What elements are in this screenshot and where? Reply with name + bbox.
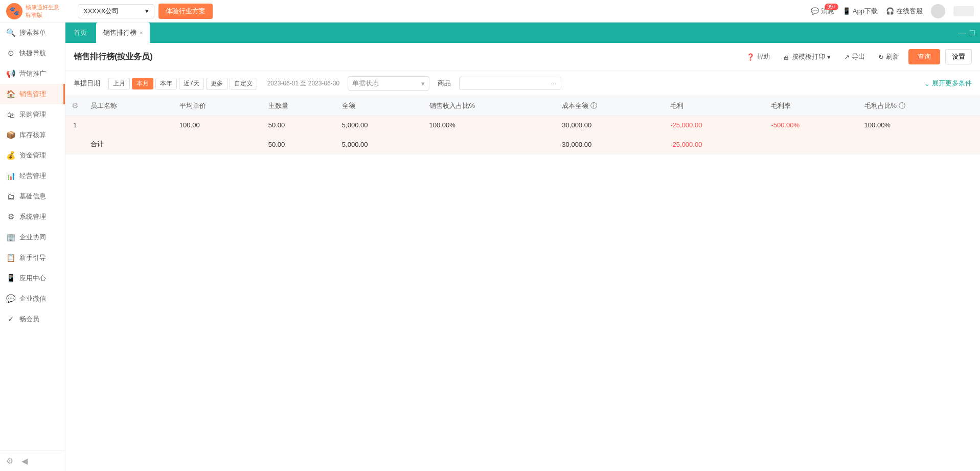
col-header-cost: 成本全额 ⓘ <box>556 96 664 116</box>
sidebar-item-purchase[interactable]: 🛍 采购管理 <box>0 104 65 125</box>
sidebar-item-operation[interactable]: 📊 经营管理 <box>0 166 65 186</box>
tab-minimize-icon[interactable]: — <box>958 28 966 37</box>
appstore-icon: 📱 <box>6 274 15 283</box>
col-header-gross: 毛利 <box>664 96 765 116</box>
user-name-placeholder <box>953 6 974 16</box>
cell-avg-price: 100.00 <box>173 116 262 134</box>
settings-bottom-icon[interactable]: ⚙ <box>6 456 13 466</box>
sidebar-item-marketing[interactable]: 📢 营销推广 <box>0 63 65 84</box>
tab-maximize-icon[interactable]: □ <box>970 28 975 37</box>
online-service-button[interactable]: 🎧 在线客服 <box>886 7 923 16</box>
message-icon: 💬 <box>811 7 819 15</box>
date-btn-more[interactable]: 更多 <box>206 78 227 89</box>
cell-sales-pct: 100.00% <box>423 116 556 134</box>
footer-sales-pct <box>423 134 556 154</box>
tab-sales-ranking[interactable]: 销售排行榜 × <box>96 23 150 43</box>
cell-gross: -25,000.00 <box>664 116 765 134</box>
company-selector[interactable]: XXXXX公司 ▾ <box>78 4 154 18</box>
logo: 🐾 畅康通好生意 标准版 <box>6 3 72 19</box>
footer-qty: 50.00 <box>262 134 336 154</box>
page-content: 销售排行榜(按业务员) ❓ 帮助 🖨 按模板打印 ▾ <box>65 43 980 471</box>
expand-icon: ⌄ <box>924 80 930 87</box>
status-filter-label: 单据状态 <box>352 79 421 88</box>
collapse-sidebar-icon[interactable]: ◀ <box>21 456 28 466</box>
app-download-button[interactable]: 📱 App下载 <box>842 7 878 16</box>
filter-row: 单据日期 上月 本月 本年 近7天 更多 自定义 2023-06-01 至 20… <box>65 71 980 96</box>
logo-icon: 🐾 <box>6 3 22 19</box>
expand-more-button[interactable]: ⌄ 展开更多条件 <box>924 79 972 88</box>
sidebar-item-search[interactable]: 🔍 搜索菜单 <box>0 23 65 43</box>
sidebar-item-finance[interactable]: 💰 资金管理 <box>0 145 65 166</box>
footer-gross-rate <box>765 134 858 154</box>
print-dropdown-icon: ▾ <box>827 53 831 61</box>
goods-filter[interactable]: ··· <box>459 77 561 90</box>
basic-icon: 🗂 <box>6 192 15 201</box>
header-actions: ❓ 帮助 🖨 按模板打印 ▾ ↗ 导出 <box>742 49 972 64</box>
date-btn-this-month[interactable]: 本月 <box>132 78 153 89</box>
table-row: 1 100.00 50.00 5,000.00 100.00% 30,000.0… <box>65 116 980 134</box>
guide-icon: 📋 <box>6 253 15 262</box>
trial-button[interactable]: 体验行业方案 <box>158 4 213 19</box>
sidebar-item-wechat[interactable]: 💬 企业微信 <box>0 288 65 309</box>
settings-button[interactable]: 设置 <box>945 49 972 64</box>
export-button[interactable]: ↗ 导出 <box>840 50 869 63</box>
enterprise-icon: 🏢 <box>6 233 15 242</box>
sidebar-item-system[interactable]: ⚙ 系统管理 <box>0 207 65 227</box>
table-settings-icon[interactable]: ⚙ <box>72 101 78 110</box>
sidebar-item-shortcut[interactable]: ⊙ 快捷导航 <box>0 43 65 63</box>
operation-icon: 📊 <box>6 171 15 181</box>
sidebar-item-enterprise[interactable]: 🏢 企业协同 <box>0 227 65 248</box>
message-button[interactable]: 💬 消息 99+ <box>811 7 834 16</box>
sidebar-item-member[interactable]: ✓ 畅会员 <box>0 309 65 329</box>
goods-filter-label: 商品 <box>438 79 451 88</box>
table-footer-row: 合计 50.00 5,000.00 30,000.00 -25,000.00 <box>65 134 980 154</box>
cell-gross-pct: 100.00% <box>858 116 980 134</box>
tab-close-icon[interactable]: × <box>140 30 143 36</box>
cell-amount: 5,000.00 <box>336 116 423 134</box>
message-badge: 99+ <box>825 4 838 10</box>
table-settings-col[interactable]: ⚙ <box>65 96 84 116</box>
sidebar-item-inventory[interactable]: 📦 库存核算 <box>0 125 65 145</box>
sidebar-item-basic[interactable]: 🗂 基础信息 <box>0 186 65 207</box>
marketing-icon: 📢 <box>6 69 15 78</box>
refresh-button[interactable]: ↻ 刷新 <box>874 50 903 63</box>
print-button[interactable]: 🖨 按模板打印 ▾ <box>779 50 835 63</box>
home-icon: ⊙ <box>6 49 15 58</box>
cell-gross-rate: -500.00% <box>765 116 858 134</box>
date-btn-this-year[interactable]: 本年 <box>155 78 177 89</box>
footer-gross-pct <box>858 134 980 154</box>
tab-bar: 首页 销售排行榜 × — □ <box>65 23 980 43</box>
page-title: 销售排行榜(按业务员) <box>74 52 742 62</box>
headset-icon: 🎧 <box>886 7 894 15</box>
goods-more-icon[interactable]: ··· <box>551 79 557 87</box>
date-range-display: 2023-06-01 至 2023-06-30 <box>267 79 339 88</box>
query-button[interactable]: 查询 <box>908 49 940 64</box>
help-icon: ❓ <box>746 53 755 61</box>
user-avatar[interactable] <box>931 4 945 18</box>
inventory-icon: 📦 <box>6 130 15 140</box>
sidebar-item-appstore[interactable]: 📱 应用中心 <box>0 268 65 288</box>
chevron-down-icon: ▾ <box>145 7 149 15</box>
sidebar-item-guide[interactable]: 📋 新手引导 <box>0 248 65 268</box>
status-filter[interactable]: 单据状态 ▾ <box>348 76 429 91</box>
sales-icon: 🏠 <box>6 89 15 99</box>
col-header-gross-pct: 毛利占比% ⓘ <box>858 96 980 116</box>
cell-qty: 50.00 <box>262 116 336 134</box>
date-btn-last-month[interactable]: 上月 <box>108 78 130 89</box>
date-buttons: 上月 本月 本年 近7天 更多 自定义 <box>108 78 257 89</box>
tab-home[interactable]: 首页 <box>65 23 95 43</box>
sidebar: 🔍 搜索菜单 ⊙ 快捷导航 📢 营销推广 🏠 销售管理 🛍 采购管理 📦 <box>0 23 65 471</box>
help-button[interactable]: ❓ 帮助 <box>742 50 774 63</box>
date-btn-last-7-days[interactable]: 近7天 <box>179 78 204 89</box>
footer-avg-price <box>173 134 262 154</box>
sidebar-item-sales[interactable]: 🏠 销售管理 <box>0 84 65 104</box>
col-header-qty: 主数量 <box>262 96 336 116</box>
page-header: 销售排行榜(按业务员) ❓ 帮助 🖨 按模板打印 ▾ <box>65 43 980 71</box>
top-right-actions: 💬 消息 99+ 📱 App下载 🎧 在线客服 <box>811 4 974 18</box>
col-header-avg-price: 平均单价 <box>173 96 262 116</box>
col-header-sales-pct: 销售收入占比% <box>423 96 556 116</box>
search-icon: 🔍 <box>6 28 15 37</box>
system-icon: ⚙ <box>6 212 15 221</box>
purchase-icon: 🛍 <box>6 110 15 119</box>
date-btn-custom[interactable]: 自定义 <box>230 78 257 89</box>
